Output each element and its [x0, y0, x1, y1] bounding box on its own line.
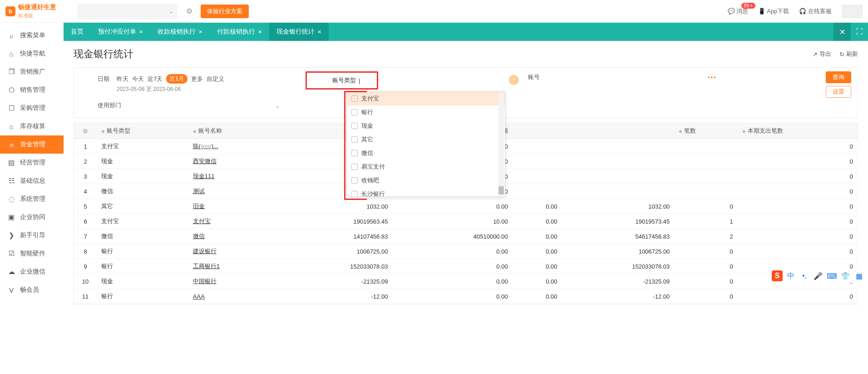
collapse-icon[interactable]: ⌃ [509, 75, 519, 85]
messages-link[interactable]: 💬 消息 99 + [728, 7, 749, 15]
account-link[interactable]: AAA [193, 293, 205, 300]
account-link[interactable]: 测试 [193, 188, 205, 194]
sidebar-item[interactable]: ❐营销推广 [0, 63, 64, 81]
settings-button[interactable]: 设置 [826, 86, 851, 98]
sort-icon[interactable]: ◆ [742, 129, 746, 134]
dept-select[interactable]: ⌄ [126, 100, 280, 111]
account-link[interactable]: 现金111 [193, 173, 215, 180]
column-header[interactable]: ◆笔数 [674, 123, 737, 139]
service-link[interactable]: 🎧 在线客服 [799, 7, 832, 15]
account-link[interactable]: 西安微信 [193, 158, 217, 165]
ime-toolbar: S 中 •, 🎤 ⌨ 👕 ▦ [770, 269, 866, 283]
account-link[interactable]: 旧金 [193, 203, 205, 209]
scrollbar-track[interactable] [498, 93, 504, 195]
sidebar-label: 新手引导 [20, 231, 45, 239]
sidebar-item[interactable]: ⬡销售管理 [0, 81, 64, 99]
sidebar-label: 快捷导航 [20, 50, 45, 58]
close-tabs-button[interactable]: ✕ [833, 23, 851, 41]
date-chip[interactable]: 昨天 [117, 75, 128, 83]
sidebar-item[interactable]: ☷基础信息 [0, 172, 64, 190]
sidebar-item[interactable]: ⌾资金管理 [0, 135, 64, 154]
fullscreen-button[interactable]: ⛶ [851, 28, 868, 36]
dropdown-option[interactable]: 微信 [347, 146, 505, 160]
tab[interactable]: 现金银行统计✕ [269, 23, 329, 41]
sidebar-icon: V [7, 286, 15, 294]
scrollbar-thumb[interactable] [498, 186, 504, 194]
column-header[interactable] [562, 123, 675, 139]
account-link[interactable]: 工商银行1 [193, 263, 220, 269]
ime-grid-icon[interactable]: ▦ [853, 270, 864, 281]
refresh-button[interactable]: ↻ 刷新 [839, 50, 858, 58]
account-link[interactable]: 陈(○○○)... [193, 143, 218, 150]
column-header[interactable]: ◆本期支出笔数 [738, 123, 858, 139]
close-icon[interactable]: ✕ [317, 29, 321, 35]
cell-n2: 0 [738, 229, 858, 244]
query-button[interactable]: 查询 [826, 71, 851, 83]
row-index: 9 [74, 259, 97, 274]
sidebar-item[interactable]: ⌂库存核算 [0, 117, 64, 135]
tenant-selector[interactable]: ⌄ [77, 4, 177, 19]
sort-icon[interactable]: ◆ [101, 129, 105, 134]
dropdown-option[interactable]: 长沙银行 [347, 187, 505, 196]
row-index: 1 [74, 139, 97, 154]
date-chip[interactable]: 近1月 [166, 74, 187, 84]
more-filters-button[interactable]: ••• [708, 74, 717, 81]
gear-icon[interactable]: ⚙ [186, 7, 192, 15]
sidebar-item[interactable]: ⌕搜索菜单 [0, 26, 64, 45]
ime-punct-icon[interactable]: •, [799, 270, 810, 281]
tab[interactable]: 首页 [64, 23, 91, 41]
ime-lang-icon[interactable]: 中 [785, 270, 796, 281]
tab[interactable]: 预付冲应付单✕ [91, 23, 150, 41]
ime-mic-icon[interactable]: 🎤 [813, 270, 824, 281]
logo: b 畅捷通好生意 标准版 [5, 3, 69, 19]
app-download-link[interactable]: 📱 App下载 [758, 7, 789, 15]
column-header[interactable]: ◆账号类型 [97, 123, 188, 139]
cell-type: 现金 [97, 154, 188, 169]
sidebar-item[interactable]: ▤经营管理 [0, 154, 64, 172]
sidebar-item[interactable]: ☑智能硬件 [0, 244, 64, 263]
cell-name: 建设银行 [188, 244, 280, 259]
sidebar-item[interactable]: ◌系统管理 [0, 190, 64, 208]
date-chip[interactable]: 自定义 [207, 75, 224, 83]
table-settings-icon[interactable]: ⚙ [74, 123, 97, 139]
sidebar-item[interactable]: ▣企业协同 [0, 208, 64, 226]
account-type-filter[interactable]: 账号类型 | [306, 71, 378, 90]
ime-keyboard-icon[interactable]: ⌨ [826, 270, 837, 281]
account-link[interactable]: 中国银行 [193, 278, 217, 284]
date-chip[interactable]: 近7天 [148, 75, 163, 83]
sort-icon[interactable]: ◆ [193, 129, 197, 134]
dropdown-option[interactable]: 支付宝 [347, 92, 505, 105]
column-header[interactable] [513, 123, 562, 139]
ime-s-icon[interactable]: S [772, 270, 783, 281]
dropdown-option[interactable]: 银行 [347, 105, 505, 119]
date-chip[interactable]: 更多 [191, 75, 203, 83]
column-header[interactable]: ◆账号名称 [188, 123, 280, 139]
tab[interactable]: 付款核销执行✕ [210, 23, 269, 41]
account-link[interactable]: 建设银行 [193, 248, 217, 254]
close-icon[interactable]: ✕ [198, 29, 202, 35]
account-link[interactable]: 微信 [193, 233, 205, 239]
dropdown-option[interactable]: 其它 [347, 133, 505, 146]
trial-button[interactable]: 体验行业方案 [201, 5, 249, 18]
avatar[interactable] [842, 5, 863, 18]
tab[interactable]: 收款核销执行✕ [150, 23, 210, 41]
account-link[interactable]: 支付宝 [193, 218, 211, 224]
dropdown-option[interactable]: 易宝支付 [347, 160, 505, 174]
close-icon[interactable]: ✕ [139, 29, 143, 35]
sort-icon[interactable]: ◆ [679, 129, 682, 134]
sidebar-item[interactable]: V畅会员 [0, 281, 64, 299]
date-chip[interactable]: 今天 [132, 75, 144, 83]
sidebar-item[interactable]: ☁企业微信 [0, 263, 64, 281]
export-button[interactable]: ↗ 导出 [813, 50, 831, 58]
dropdown-option[interactable]: 收钱吧 [347, 174, 505, 187]
dropdown-option[interactable]: 现金 [347, 119, 505, 133]
ime-skin-icon[interactable]: 👕 [840, 270, 851, 281]
sidebar-icon: ⌾ [7, 141, 15, 149]
brand-name: 畅捷通好生意 [18, 3, 56, 11]
sidebar-item[interactable]: ⌂快捷导航 [0, 45, 64, 63]
account-input[interactable] [549, 77, 694, 78]
close-icon[interactable]: ✕ [258, 29, 262, 35]
sidebar-item[interactable]: ❯新手引导 [0, 226, 64, 244]
sidebar-item[interactable]: ☐采购管理 [0, 99, 64, 117]
cell-c3: 0.00 [513, 274, 562, 289]
